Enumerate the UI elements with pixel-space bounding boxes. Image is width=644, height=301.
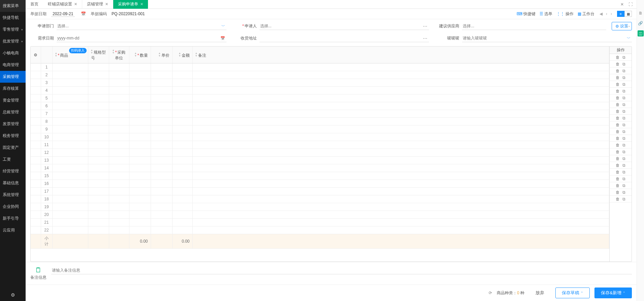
calendar-icon[interactable]: 📅 (220, 36, 225, 40)
view-list-button[interactable]: ≡ (617, 11, 624, 17)
chevron-down-icon[interactable]: ﹀ (221, 24, 225, 29)
table-row[interactable]: 1 (31, 63, 609, 71)
copy-row-icon[interactable]: ⧉ (622, 136, 625, 141)
sidebar-item-4[interactable]: 小畅电商 (0, 47, 26, 59)
delete-row-icon[interactable]: 🗑 (616, 136, 620, 141)
copy-row-icon[interactable]: ⧉ (622, 170, 625, 174)
copy-row-icon[interactable]: ⧉ (622, 62, 625, 66)
verify-input[interactable] (462, 34, 632, 42)
view-grid-button[interactable]: ▦ (624, 11, 632, 17)
table-row[interactable]: 8 (31, 118, 609, 126)
table-row[interactable]: 22 (31, 226, 609, 234)
table-row[interactable]: 16 (31, 180, 609, 188)
nav-next-icon[interactable]: › (610, 11, 613, 16)
supplier-input[interactable] (462, 22, 606, 30)
nav-prev-icon[interactable]: ‹ (605, 11, 608, 16)
delete-row-icon[interactable]: 🗑 (616, 55, 620, 60)
sidebar-item-7[interactable]: 库存核算 (0, 83, 26, 94)
col-note[interactable]: ▴▾备注 (192, 47, 609, 63)
scan-badge[interactable]: 扫码录入 (69, 48, 87, 53)
copy-row-icon[interactable]: ⧉ (622, 149, 625, 154)
sidebar-item-16[interactable]: 系统管理 (0, 189, 26, 201)
delete-row-icon[interactable]: 🗑 (616, 69, 620, 73)
workbench-link[interactable]: ▦工作台 (578, 11, 594, 17)
table-row[interactable]: 20 (31, 211, 609, 219)
copy-row-icon[interactable]: ⧉ (622, 102, 625, 107)
sidebar-item-3[interactable]: 批发管理▾ (0, 35, 26, 47)
table-row[interactable]: 18 (31, 195, 609, 203)
sidebar-item-15[interactable]: 基础信息 (0, 177, 26, 189)
table-row[interactable]: 19 (31, 203, 609, 211)
col-qty[interactable]: ▴▾*数量 (129, 47, 151, 63)
options-link[interactable]: ☰选单 (540, 11, 552, 17)
col-amount[interactable]: ▴▾金额 (172, 47, 192, 63)
table-row[interactable]: 17 (31, 188, 609, 195)
table-row[interactable]: 13 (31, 157, 609, 164)
sidebar-item-6[interactable]: 采购管理 (0, 71, 26, 83)
copy-row-icon[interactable]: ⧉ (622, 183, 625, 188)
tab-旺铺店铺设置[interactable]: 旺铺店铺设置✕ (43, 0, 82, 9)
col-settings[interactable]: ⚙ (31, 47, 41, 63)
table-row[interactable]: 12 (31, 149, 609, 157)
delete-row-icon[interactable]: 🗑 (616, 129, 620, 134)
col-product[interactable]: ▴▾*商品扫码录入 (52, 47, 88, 63)
sidebar-item-17[interactable]: 企业协同 (0, 201, 26, 213)
copy-row-icon[interactable]: ⧉ (622, 95, 625, 100)
delete-row-icon[interactable]: 🗑 (616, 102, 620, 107)
rail-link-icon[interactable]: 🔗 (638, 20, 644, 26)
applicant-input[interactable] (259, 22, 429, 30)
delete-row-icon[interactable]: 🗑 (616, 176, 620, 181)
remarks-input[interactable] (51, 266, 632, 274)
table-row[interactable]: 11 (31, 141, 609, 149)
tab-close-icon[interactable]: ✕ (140, 2, 143, 6)
more-icon[interactable]: ⋯ (423, 36, 428, 41)
table-row[interactable]: 14 (31, 164, 609, 172)
table-row[interactable]: 6 (31, 102, 609, 110)
date-value[interactable]: 2022-09-21 (51, 11, 75, 17)
delete-row-icon[interactable]: 🗑 (616, 109, 620, 114)
copy-row-icon[interactable]: ⧉ (622, 109, 625, 114)
sidebar-item-8[interactable]: 资金管理 (0, 94, 26, 106)
save-new-button[interactable]: 保存&新增⌃ (594, 288, 632, 298)
sidebar-item-11[interactable]: 税务管理 (0, 130, 26, 142)
delete-row-icon[interactable]: 🗑 (616, 149, 620, 154)
copy-row-icon[interactable]: ⧉ (622, 55, 625, 60)
delete-row-icon[interactable]: 🗑 (616, 89, 620, 93)
delete-row-icon[interactable]: 🗑 (616, 62, 620, 66)
col-price[interactable]: ▴▾单价 (151, 47, 172, 63)
table-row[interactable]: 2 (31, 71, 609, 79)
col-spec[interactable]: ▴▾规格型号 (88, 47, 109, 63)
nav-first-icon[interactable]: ◀ (599, 11, 604, 16)
table-row[interactable]: 4 (31, 87, 609, 94)
delete-row-icon[interactable]: 🗑 (616, 75, 620, 80)
copy-row-icon[interactable]: ⧉ (622, 122, 625, 127)
table-row[interactable]: 5 (31, 94, 609, 102)
sidebar-item-18[interactable]: 新手引导 (0, 213, 26, 224)
sidebar-item-5[interactable]: 电商管理 (0, 59, 26, 71)
more-icon[interactable]: ⋯ (423, 24, 428, 29)
tab-close-icon[interactable]: ✕ (74, 2, 77, 6)
copy-row-icon[interactable]: ⧉ (622, 69, 625, 73)
copy-row-icon[interactable]: ⧉ (622, 163, 625, 168)
delete-row-icon[interactable]: 🗑 (616, 163, 620, 168)
copy-row-icon[interactable]: ⧉ (622, 190, 625, 195)
sidebar-item-19[interactable]: 云应用 (0, 224, 26, 236)
more-icon[interactable]: ⋯ (626, 24, 631, 29)
delete-row-icon[interactable]: 🗑 (616, 183, 620, 188)
tab-店铺管理[interactable]: 店铺管理✕ (82, 0, 113, 9)
delete-row-icon[interactable]: 🗑 (616, 197, 620, 201)
sidebar-item-13[interactable]: 工资 (0, 154, 26, 165)
tab-close-icon[interactable]: ✕ (105, 2, 108, 6)
table-row[interactable]: 15 (31, 172, 609, 180)
sidebar-item-0[interactable]: 搜索菜单 (0, 0, 26, 12)
delete-row-icon[interactable]: 🗑 (616, 170, 620, 174)
sidebar-item-9[interactable]: 总账管理 (0, 106, 26, 118)
copy-row-icon[interactable]: ⧉ (622, 82, 625, 87)
save-draft-button[interactable]: 保存草稿⌃ (555, 288, 590, 298)
copy-row-icon[interactable]: ⧉ (622, 156, 625, 161)
sidebar-item-10[interactable]: 发票管理 (0, 118, 26, 130)
table-row[interactable]: 9 (31, 126, 609, 133)
discard-button[interactable]: 放弃 (529, 288, 551, 298)
delete-row-icon[interactable]: 🗑 (616, 82, 620, 87)
shortcut-link[interactable]: ⌨快捷键 (517, 11, 535, 17)
